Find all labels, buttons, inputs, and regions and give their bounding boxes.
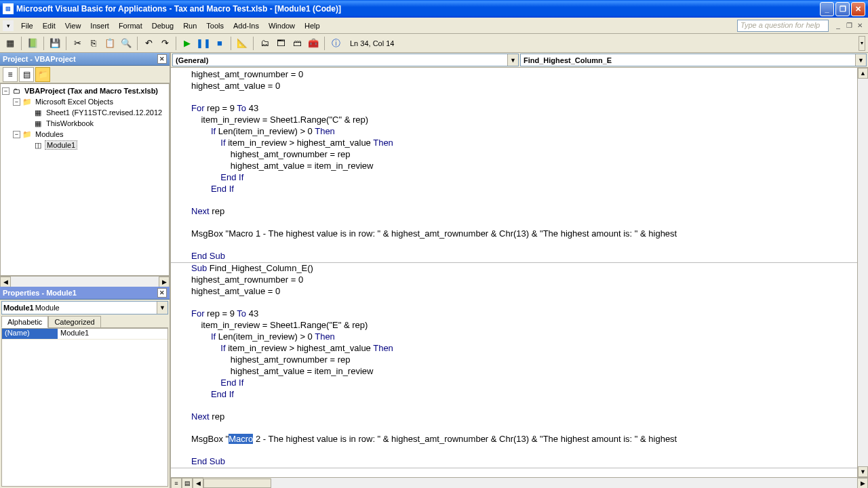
project-pane-close-button[interactable]: ✕ [157,54,167,64]
properties-object-type: Module [35,304,60,312]
copy-icon[interactable]: ⎘ [86,36,101,51]
paste-icon[interactable]: 📋 [102,36,117,51]
run-icon[interactable]: ▶ [180,36,195,51]
scroll-up-icon[interactable]: ▲ [858,68,868,79]
sheet-icon: ▦ [33,108,43,117]
project-tree[interactable]: −🗀VBAProject (Tax and Macro Test.xlsb) −… [0,83,170,276]
full-module-view-icon[interactable]: ▤ [182,478,193,488]
menu-addins[interactable]: Add-Ins [229,20,264,31]
tree-excel-objects[interactable]: Microsoft Excel Objects [34,98,115,106]
project-icon: 🗀 [11,86,22,96]
code-vscroll[interactable]: ▲▼ [857,68,868,477]
toolbar: ▦ 📗 💾 ✂ ⎘ 📋 🔍 ↶ ↷ ▶ ❚❚ ■ 📐 🗂 🗔 🗃 🧰 ⓘ Ln … [0,34,868,53]
menu-insert[interactable]: Insert [85,20,114,31]
code-hscroll[interactable]: ≡ ▤ ◀ ▶ [171,477,868,488]
design-mode-icon[interactable]: 📐 [235,36,250,51]
titlebar[interactable]: ⊞ Microsoft Visual Basic for Application… [0,0,868,18]
object-combo[interactable]: (General)▼ [172,54,519,66]
toolbox-icon[interactable]: 🧰 [306,36,321,51]
break-icon[interactable]: ❚❚ [196,36,211,51]
properties-pane-title-text: Properties - Module1 [3,289,77,297]
workbook-icon: ▦ [33,119,43,128]
menu-format[interactable]: Format [114,20,147,31]
project-hscroll[interactable]: ◀▶ [0,276,170,287]
properties-icon[interactable]: 🗔 [273,36,288,51]
scroll-down-icon[interactable]: ▼ [858,466,868,477]
scroll-left-icon[interactable]: ◀ [193,478,203,488]
insert-module-icon[interactable]: 📗 [25,36,40,51]
menu-window[interactable]: Window [264,20,300,31]
collapse-icon[interactable]: − [13,98,20,106]
project-root[interactable]: VBAProject (Tax and Macro Test.xlsb) [23,87,159,95]
tree-module1[interactable]: Module1 [45,140,77,150]
collapse-icon[interactable]: − [13,131,20,138]
menu-edit[interactable]: Edit [38,20,60,31]
scroll-right-icon[interactable]: ▶ [159,277,170,287]
mdi-restore-button[interactable]: ❐ [844,20,854,31]
menu-help[interactable]: Help [300,20,325,31]
prop-name-value[interactable]: Module1 [58,329,167,339]
code-editor[interactable]: highest_amt_rownumber = 0 highest_amt_va… [171,68,868,477]
procedure-combo-value: Find_Highest_Column_E [524,56,612,64]
window-title: Microsoft Visual Basic for Applications … [16,4,820,14]
object-combo-value: (General) [176,56,208,64]
properties-pane-close-button[interactable]: ✕ [157,288,167,298]
properties-pane-title: Properties - Module1 ✕ [0,287,170,300]
selected-text: Macro [229,434,253,444]
menu-view[interactable]: View [60,20,86,31]
mdi-close-button[interactable]: ✕ [854,20,865,31]
folder-icon: 📁 [22,129,33,139]
find-icon[interactable]: 🔍 [119,36,134,51]
tree-thisworkbook[interactable]: ThisWorkbook [45,119,95,127]
view-object-icon[interactable]: ▤ [19,67,34,82]
minimize-button[interactable]: _ [820,2,834,16]
properties-object-combo[interactable]: Module1 Module ▼ [1,301,168,314]
project-pane-title-text: Project - VBAProject [3,55,76,63]
object-browser-icon[interactable]: 🗃 [290,36,304,51]
mdi-minimize-button[interactable]: _ [833,20,844,31]
mdi-icon[interactable]: ▾ [3,20,14,31]
project-explorer-icon[interactable]: 🗂 [257,36,272,51]
scroll-thumb[interactable] [203,479,271,488]
menu-file[interactable]: File [16,20,38,31]
view-excel-icon[interactable]: ▦ [3,36,18,51]
cursor-position-label: Ln 34, Col 14 [350,39,394,47]
collapse-icon[interactable]: − [2,87,9,95]
chevron-down-icon[interactable]: ▼ [157,302,167,314]
menubar: ▾ File Edit View Insert Format Debug Run… [0,18,868,34]
cut-icon[interactable]: ✂ [70,36,85,51]
tab-categorized[interactable]: Categorized [48,316,100,328]
folder-icon: 📁 [22,97,33,106]
toolbar-overflow-icon[interactable]: ▾ [859,36,865,51]
project-pane-title: Project - VBAProject ✕ [0,53,170,66]
help-search-input[interactable]: Type a question for help [737,20,829,32]
menu-tools[interactable]: Tools [201,20,229,31]
scroll-left-icon[interactable]: ◀ [0,277,11,287]
vb-app-icon: ⊞ [3,3,14,14]
procedure-combo[interactable]: Find_Highest_Column_E▼ [520,54,867,66]
properties-object-name: Module1 [2,304,35,312]
maximize-button[interactable]: ❐ [835,2,850,16]
scroll-right-icon[interactable]: ▶ [857,478,868,488]
reset-icon[interactable]: ■ [212,36,227,51]
tree-sheet1[interactable]: Sheet1 (FY11STC.revised.12.2012 [45,108,163,117]
properties-grid[interactable]: (Name)Module1 [1,328,168,487]
chevron-down-icon[interactable]: ▼ [855,54,866,66]
prop-name-key: (Name) [2,329,58,339]
view-code-icon[interactable]: ≡ [3,67,18,82]
undo-icon[interactable]: ↶ [141,36,156,51]
module-icon: ◫ [33,140,43,150]
tree-modules[interactable]: Modules [34,130,65,138]
close-button[interactable]: ✕ [851,2,865,16]
help-icon[interactable]: ⓘ [328,36,343,51]
procedure-view-icon[interactable]: ≡ [171,478,182,488]
redo-icon[interactable]: ↷ [157,36,172,51]
toggle-folders-icon[interactable]: 📁 [35,67,50,82]
menu-debug[interactable]: Debug [147,20,178,31]
chevron-down-icon[interactable]: ▼ [507,54,518,66]
menu-run[interactable]: Run [178,20,201,31]
save-icon[interactable]: 💾 [47,36,62,51]
tab-alphabetic[interactable]: Alphabetic [1,316,48,328]
